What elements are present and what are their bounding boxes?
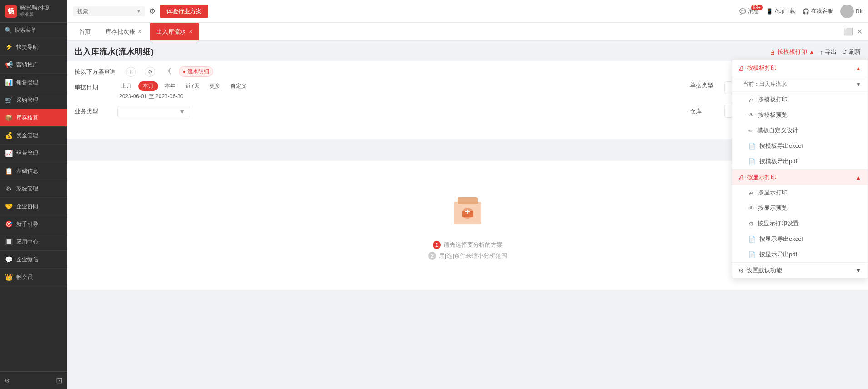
tab-flow[interactable]: 出入库流水 ✕ xyxy=(150,23,199,40)
sidebar-item-operations[interactable]: 📈 经营管理 xyxy=(0,145,67,162)
sidebar-item-label-finance: 资金管理 xyxy=(16,132,38,140)
filter-settings-btn[interactable]: ⚙ xyxy=(145,67,155,77)
enterprise-icon: 🤝 xyxy=(5,202,13,210)
sidebar-item-purchase[interactable]: 🛒 采购管理 xyxy=(0,91,67,109)
tab-batch-close-icon[interactable]: ✕ xyxy=(138,29,142,35)
display-export-pdf-icon: 📄 xyxy=(748,251,756,258)
filter-tag-flow[interactable]: ● 流水明细 xyxy=(179,66,213,77)
sidebar-logo: 畅 畅捷通好生意 标准版 xyxy=(0,0,67,23)
sidebar-search[interactable]: 🔍 搜索菜单 xyxy=(0,23,67,38)
user-name: Rit xyxy=(856,8,863,15)
refresh-icon: ↺ xyxy=(842,49,847,55)
current-label: 当前：出入库流水 xyxy=(743,80,787,88)
dropdown-template-export-pdf[interactable]: 📄 按模板导出pdf xyxy=(732,154,868,169)
date-custom[interactable]: 自定义 xyxy=(227,81,250,91)
dropdown-header-icon: 🖨 xyxy=(738,65,744,72)
tabbar: 首页 库存批次账 ✕ 出入库流水 ✕ ⬜ ✕ xyxy=(67,23,868,41)
sidebar-item-label-member: 畅会员 xyxy=(16,274,33,281)
sidebar-item-inventory[interactable]: 📦 库存核算 xyxy=(0,109,67,127)
print-icon: 🖨 xyxy=(770,49,776,55)
topbar-user[interactable]: Rit xyxy=(840,5,863,18)
empty-step1: 1 请先选择要分析的方案 xyxy=(433,241,503,249)
dropdown-template-customize[interactable]: ✏ 模板自定义设计 xyxy=(732,123,868,138)
sidebar-item-quick-nav[interactable]: ⚡ 快捷导航 xyxy=(0,38,67,56)
date-more[interactable]: 更多 xyxy=(206,81,224,91)
dropdown-template-preview[interactable]: 👁 按模板预览 xyxy=(732,107,868,123)
dropdown-display-preview[interactable]: 👁 按显示预览 xyxy=(732,200,868,216)
date-prev-month[interactable]: 上月 xyxy=(117,81,135,91)
date-last-7-days[interactable]: 近7天 xyxy=(182,81,203,91)
tab-flow-close-icon[interactable]: ✕ xyxy=(189,29,193,35)
sidebar-item-label-appstore: 应用中心 xyxy=(16,238,38,246)
chevron-up-icon: ▲ xyxy=(809,49,815,55)
date-options: 上月 本月 本年 近7天 更多 自定义 xyxy=(117,81,250,91)
tab-maximize-icon[interactable]: ⬜ xyxy=(844,27,853,36)
topbar-online-service[interactable]: 🎧 在线客服 xyxy=(803,7,833,15)
app-download-label: App下载 xyxy=(775,7,795,15)
trial-button[interactable]: 体验行业方案 xyxy=(160,5,208,18)
tab-home-label: 首页 xyxy=(79,28,91,36)
tab-home[interactable]: 首页 xyxy=(73,23,97,40)
template-export-pdf-label: 按模板导出pdf xyxy=(759,157,797,165)
filter-tag-icon: ● xyxy=(183,69,185,74)
sidebar-item-finance[interactable]: 💰 资金管理 xyxy=(0,127,67,145)
purchase-icon: 🛒 xyxy=(5,96,13,104)
dropdown-display-section[interactable]: 🖨 按显示打印 ▲ xyxy=(732,169,868,185)
sidebar-item-basic[interactable]: 📋 基础信息 xyxy=(0,162,67,180)
refresh-btn[interactable]: ↺ 刷新 xyxy=(842,48,861,56)
sidebar-item-label-basic: 基础信息 xyxy=(16,167,38,175)
print-dropdown: 🖨 按模板打印 ▲ 当前：出入库流水 ▼ 🖨 按模板打印 👁 按模板预览 xyxy=(732,59,868,279)
sidebar-item-wechat[interactable]: 💬 企业微信 xyxy=(0,251,67,269)
template-customize-icon: ✏ xyxy=(748,127,753,134)
sidebar-item-appstore[interactable]: 🔲 应用中心 xyxy=(0,233,67,251)
sidebar-item-member[interactable]: 👑 畅会员 xyxy=(0,269,67,286)
topbar-search-wrapper: ▼ xyxy=(73,6,145,16)
dropdown-template-print[interactable]: 🖨 按模板打印 xyxy=(732,92,868,107)
online-service-label: 在线客服 xyxy=(811,7,833,15)
display-export-excel-label: 按显示导出excel xyxy=(759,235,803,243)
dropdown-template-export-excel[interactable]: 📄 按模板导出excel xyxy=(732,138,868,154)
topbar-app-download[interactable]: 📱 App下载 xyxy=(766,7,795,15)
empty-step2: 2 用[选]条件来缩小分析范围 xyxy=(428,252,507,260)
dropdown-display-export-pdf[interactable]: 📄 按显示导出pdf xyxy=(732,247,868,262)
topbar-left: ▼ ⚙ 体验行业方案 xyxy=(73,5,739,18)
sidebar-item-sales[interactable]: 📊 销售管理 xyxy=(0,74,67,91)
dropdown-display-print[interactable]: 🖨 按显示打印 xyxy=(732,185,868,200)
sidebar-item-enterprise[interactable]: 🤝 企业协同 xyxy=(0,198,67,215)
topbar-search-input[interactable] xyxy=(77,8,135,15)
topbar-message[interactable]: 💬 消息 99+ xyxy=(739,7,759,15)
inventory-icon: 📦 xyxy=(5,114,13,122)
display-print-icon: 🖨 xyxy=(748,190,754,196)
sidebar-item-system[interactable]: ⚙ 系统管理 xyxy=(0,180,67,198)
page-title: 出入库流水(流水明细) xyxy=(75,46,154,57)
sidebar-item-marketing[interactable]: 📢 营销推广 xyxy=(0,56,67,74)
dropdown-default-section[interactable]: ⚙ 设置默认功能 ▼ xyxy=(732,262,868,278)
filter-collapse-icon[interactable]: 《 xyxy=(164,67,171,76)
sidebar-help-btn[interactable]: ⊡ xyxy=(56,375,63,385)
tab-close-panel-icon[interactable]: ✕ xyxy=(857,27,863,36)
tab-batch[interactable]: 库存批次账 ✕ xyxy=(99,23,148,40)
dropdown-header[interactable]: 🖨 按模板打印 ▲ xyxy=(732,60,868,77)
logo-sub: 标准版 xyxy=(20,11,50,18)
tab-batch-label: 库存批次账 xyxy=(105,28,135,36)
print-template-btn[interactable]: 🖨 按模板打印 ▲ xyxy=(770,48,815,56)
sidebar-item-guide[interactable]: 🎯 新手引导 xyxy=(0,215,67,233)
business-type-select[interactable]: ▼ xyxy=(117,106,190,117)
filter-add-btn[interactable]: + xyxy=(126,67,136,77)
display-section-label: 按显示打印 xyxy=(747,173,777,181)
template-export-excel-label: 按模板导出excel xyxy=(759,142,803,150)
dropdown-display-settings[interactable]: ⚙ 按显示打印设置 xyxy=(732,216,868,231)
app-download-icon: 📱 xyxy=(766,8,773,15)
date-current-year[interactable]: 本年 xyxy=(161,81,179,91)
export-btn[interactable]: ↑ 导出 xyxy=(820,48,837,56)
dropdown-display-export-excel[interactable]: 📄 按显示导出excel xyxy=(732,231,868,247)
user-avatar xyxy=(840,5,854,18)
sidebar-settings-btn[interactable]: ⚙ xyxy=(5,377,10,384)
page-actions: 🖨 按模板打印 ▲ ↑ 导出 ↺ 刷新 xyxy=(770,48,861,56)
message-icon: 💬 xyxy=(739,8,746,15)
sidebar-search-label: 搜索菜单 xyxy=(15,26,36,34)
content: 出入库流水(流水明细) 🖨 按模板打印 ▲ ↑ 导出 ↺ 刷新 xyxy=(67,41,868,389)
print-template-label: 按模板打印 xyxy=(778,48,807,56)
topbar-gear-icon[interactable]: ⚙ xyxy=(149,7,155,15)
date-current-month[interactable]: 本月 xyxy=(138,81,158,91)
